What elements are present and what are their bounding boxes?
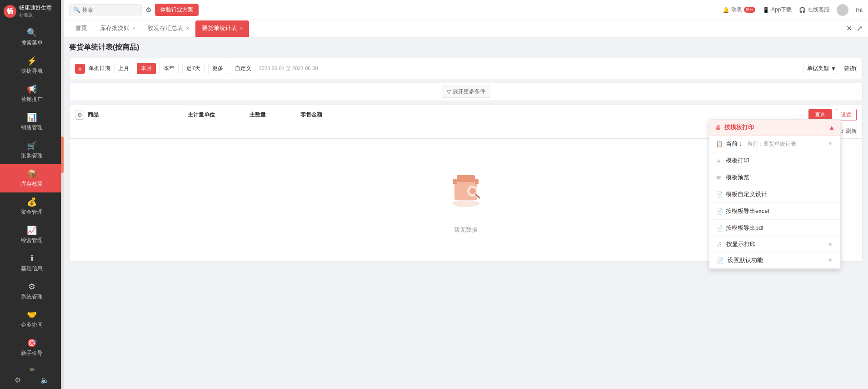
dropdown-item-icon-4: 📄 (716, 225, 723, 232)
dropdown-sections: 🖨按显示打印▼📄设置默认功能▼ (709, 237, 840, 268)
notification-badge: 99+ (744, 7, 755, 13)
tab-0[interactable]: 首页 (69, 20, 94, 37)
date-btn-this-year[interactable]: 本年 (160, 63, 179, 74)
section-arrow-0: ▼ (827, 241, 833, 248)
tab-bar: 首页库存批次账×收发存汇总表×要货单统计表× ✕ ⤢ (64, 20, 868, 37)
sidebar-item-4[interactable]: 🛒采购管理 (0, 136, 64, 164)
settings-icon[interactable]: ⚙ (15, 376, 21, 384)
sidebar-item-8[interactable]: ℹ基础信息 (0, 249, 64, 277)
notification-item[interactable]: 🔔 消息 99+ (723, 6, 755, 14)
sidebar-item-12[interactable]: 📱应用中心 (0, 362, 64, 371)
main-content: 🔍 ⚙ 体验行业方案 🔔 消息 99+ 📱 App下载 🎧 在线客服 Rit (64, 0, 868, 389)
sidebar-item-6[interactable]: 💰资金管理 (0, 192, 64, 221)
sidebar-item-2[interactable]: 📢营销推广 (0, 80, 64, 108)
print-title-label: 按模板打印 (724, 123, 754, 131)
online-service-label: 在线客服 (808, 6, 829, 14)
yh-filter-label: 要货( (844, 65, 857, 72)
tab-close-3[interactable]: × (240, 25, 243, 31)
dropdown-current-item[interactable]: 📋 当前： 当前：要货单统计表 ▼ (709, 136, 840, 152)
filter-toggle-btn[interactable]: » (75, 64, 85, 74)
topbar-right: 🔔 消息 99+ 📱 App下载 🎧 在线客服 Rit (723, 4, 863, 16)
sidebar-item-0[interactable]: 🔍搜索菜单 (0, 23, 64, 51)
refresh-btn[interactable]: ↺ 刷新 (839, 127, 857, 135)
sidebar-item-11[interactable]: 🎯新手引导 (0, 333, 64, 362)
expand-more-btn[interactable]: ▽ 展开更多条件 (442, 86, 490, 98)
app-download-item[interactable]: 📱 App下载 (763, 6, 792, 14)
sidebar-icon-12: 📱 (27, 366, 37, 371)
app-logo: 畅 畅康通好生意 标准版 (0, 0, 64, 23)
headset-icon: 🎧 (799, 7, 806, 13)
sidebar-item-3[interactable]: 📊销售管理 (0, 108, 64, 136)
sidebar-item-5[interactable]: 📦库存核算 (0, 164, 64, 192)
dropdown-item-label-1: 模板预览 (726, 173, 749, 182)
audio-icon[interactable]: 🔈 (40, 376, 50, 384)
sidebar-icon-8: ℹ (30, 253, 34, 263)
tab-3[interactable]: 要货单统计表× (195, 20, 249, 37)
dropdown-section-1[interactable]: 📄设置默认功能▼ (709, 253, 840, 268)
app-download-label: App下载 (771, 6, 792, 14)
page-title: 要货单统计表(按商品) (69, 43, 863, 52)
topbar-gear-icon[interactable]: ⚙ (145, 6, 151, 14)
filter-bar: » 单据日期 上月 本月 本年 近7天 更多 自定义 2023-06-01 至 … (69, 58, 863, 79)
tab-close-1[interactable]: × (132, 25, 135, 31)
dropdown-item-icon-2: 📄 (716, 191, 723, 198)
column-settings-icon[interactable]: ⚙ (75, 111, 84, 120)
sidebar: 畅 畅康通好生意 标准版 🔍搜索菜单⚡快捷导航📢营销推广📊销售管理🛒采购管理📦库… (0, 0, 64, 389)
online-service-item[interactable]: 🎧 在线客服 (799, 6, 829, 14)
close-window-icon[interactable]: ✕ (846, 24, 852, 33)
tab-close-2[interactable]: × (186, 25, 189, 31)
date-btn-last-month[interactable]: 上月 (114, 63, 133, 74)
section-label-0: 按显示打印 (726, 240, 756, 248)
dropdown-item-3[interactable]: 📄按模板导出excel (709, 203, 840, 220)
sidebar-item-1[interactable]: ⚡快捷导航 (0, 51, 64, 80)
dropdown-section-0[interactable]: 🖨按显示打印▼ (709, 237, 840, 253)
more-icon[interactable]: ··· (798, 110, 805, 120)
sidebar-icon-3: 📊 (27, 112, 37, 122)
sidebar-icon-11: 🎯 (27, 338, 37, 348)
sidebar-item-9[interactable]: ⚙系统管理 (0, 277, 64, 305)
dropdown-item-4[interactable]: 📄按模板导出pdf (709, 220, 840, 237)
sidebar-icon-6: 💰 (27, 197, 37, 207)
sidebar-item-10[interactable]: 🤝企业协同 (0, 305, 64, 333)
section-arrow-1: ▼ (827, 257, 833, 264)
sidebar-icon-1: ⚡ (27, 56, 37, 66)
svg-rect-6 (453, 179, 457, 184)
col-retail-amount: 零售金额 (300, 111, 322, 119)
dropdown-item-1[interactable]: 👁模板预览 (709, 169, 840, 186)
date-btn-more[interactable]: 更多 (208, 63, 227, 74)
search-icon: 🔍 (73, 6, 80, 13)
empty-text: 暂无数据 (454, 226, 478, 234)
dropdown-item-label-3: 按模板导出excel (726, 207, 769, 215)
user-name[interactable]: Rit (856, 7, 863, 13)
date-btn-7days[interactable]: 近7天 (182, 63, 205, 74)
date-btn-custom[interactable]: 自定义 (231, 63, 255, 74)
dropdown-item-icon-3: 📄 (716, 208, 723, 215)
dropdown-item-2[interactable]: 📄模板自定义设计 (709, 186, 840, 203)
current-item-label: 当前： (726, 140, 743, 148)
tab-2[interactable]: 收发存汇总表× (141, 20, 195, 37)
type-filter-select[interactable]: 单据类型 ▼ (803, 63, 840, 74)
sidebar-icon-4: 🛒 (27, 141, 37, 151)
date-btn-this-month[interactable]: 本月 (137, 63, 156, 74)
print-dropdown-close-btn[interactable]: ▲ (828, 124, 835, 131)
maximize-window-icon[interactable]: ⤢ (857, 24, 863, 33)
tab-list: 首页库存批次账×收发存汇总表×要货单统计表× (69, 20, 846, 37)
print-dropdown-header: 🖨 按模板打印 ▲ (709, 120, 840, 136)
search-input[interactable] (82, 7, 137, 13)
current-item-value: 当前：要货单统计表 (747, 140, 796, 148)
tab-1[interactable]: 库存批次账× (94, 20, 141, 37)
sidebar-item-7[interactable]: 📈经营管理 (0, 221, 64, 249)
dropdown-items: 🖨模板打印👁模板预览📄模板自定义设计📄按模板导出excel📄按模板导出pdf (709, 152, 840, 237)
mobile-icon: 📱 (763, 7, 769, 13)
refresh-label: 刷新 (846, 127, 857, 135)
dropdown-item-label-2: 模板自定义设计 (726, 190, 767, 198)
col-unit: 主计量单位 (188, 111, 215, 119)
industry-btn[interactable]: 体验行业方案 (155, 4, 199, 16)
dropdown-item-0[interactable]: 🖨模板打印 (709, 152, 840, 169)
svg-point-0 (452, 200, 479, 207)
sidebar-icon-10: 🤝 (27, 310, 37, 320)
bell-icon: 🔔 (723, 7, 729, 13)
sidebar-icon-0: 🔍 (27, 28, 37, 38)
search-box[interactable]: 🔍 (69, 4, 142, 15)
sidebar-icon-9: ⚙ (28, 282, 35, 292)
